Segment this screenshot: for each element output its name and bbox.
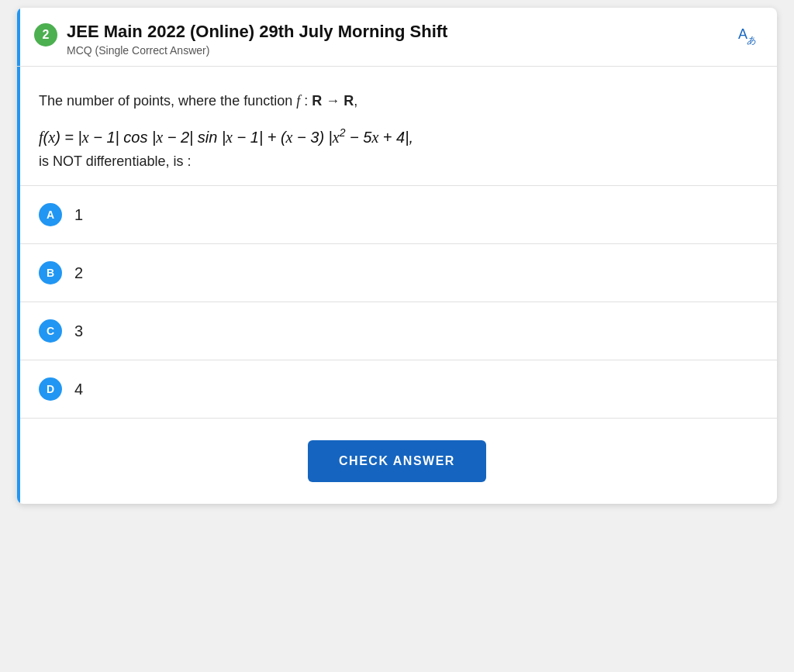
check-answer-button[interactable]: CHECK ANSWER <box>308 440 486 482</box>
option-row-d[interactable]: D 4 <box>17 360 777 419</box>
option-row-a[interactable]: A 1 <box>17 186 777 244</box>
option-value-b: 2 <box>74 264 83 282</box>
option-label-c: C <box>47 325 54 337</box>
accent-bar <box>17 8 20 504</box>
options-section: A 1 B 2 C 3 D 4 <box>17 186 777 419</box>
question-number-badge: 2 <box>34 23 57 47</box>
option-label-d: D <box>47 383 54 395</box>
option-badge-d: D <box>39 377 62 401</box>
svg-text:あ: あ <box>747 35 756 45</box>
header-title-block: JEE Main 2022 (Online) 29th July Morning… <box>67 22 447 57</box>
footer: CHECK ANSWER <box>17 419 777 504</box>
math-formula: f(x) = |x − 1| cos |x − 2| sin |x − 1| +… <box>39 126 755 146</box>
option-value-c: 3 <box>74 322 83 340</box>
question-tail-text: is NOT differentiable, is : <box>39 153 755 170</box>
question-card: 2 JEE Main 2022 (Online) 29th July Morni… <box>17 8 777 504</box>
exam-title: JEE Main 2022 (Online) 29th July Morning… <box>67 22 447 42</box>
question-number: 2 <box>43 28 50 42</box>
option-row-b[interactable]: B 2 <box>17 244 777 302</box>
translate-icon[interactable]: A あ <box>735 22 760 47</box>
header-left: 2 JEE Main 2022 (Online) 29th July Morni… <box>34 22 447 57</box>
question-intro-text: The number of points, where the function… <box>39 90 755 112</box>
option-row-c[interactable]: C 3 <box>17 302 777 360</box>
option-badge-a: A <box>39 203 62 226</box>
question-body: The number of points, where the function… <box>17 67 777 186</box>
option-badge-b: B <box>39 261 62 284</box>
option-label-b: B <box>47 267 54 279</box>
option-label-a: A <box>47 208 54 221</box>
option-badge-c: C <box>39 319 62 343</box>
option-value-d: 4 <box>74 381 83 398</box>
option-value-a: 1 <box>74 206 83 224</box>
exam-subtitle: MCQ (Single Correct Answer) <box>67 44 447 57</box>
question-header: 2 JEE Main 2022 (Online) 29th July Morni… <box>17 8 777 67</box>
function-notation: f <box>296 93 300 109</box>
